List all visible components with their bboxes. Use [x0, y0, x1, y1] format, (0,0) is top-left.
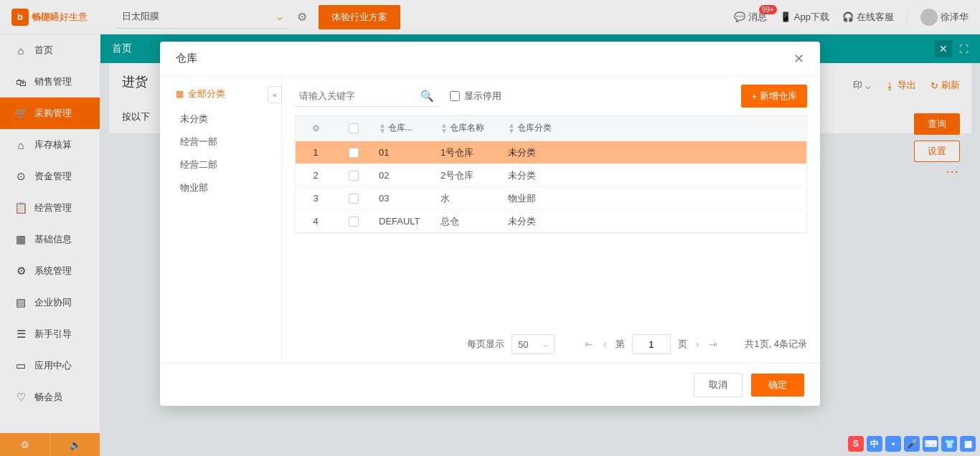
- row-code: 02: [372, 170, 433, 181]
- row-checkbox[interactable]: [336, 217, 372, 227]
- row-checkbox[interactable]: [336, 194, 372, 204]
- show-disabled-input[interactable]: [450, 91, 460, 101]
- row-code: 01: [372, 147, 433, 158]
- add-warehouse-label: 新增仓库: [760, 90, 797, 103]
- table-row[interactable]: 1011号仓库未分类: [296, 141, 806, 164]
- search-box: 🔍: [295, 85, 438, 107]
- row-code: DEFAULT: [372, 216, 433, 227]
- page-first-icon[interactable]: ⇤: [583, 338, 595, 350]
- row-category: 未分类: [501, 215, 806, 228]
- column-settings-icon[interactable]: ⚙: [296, 123, 336, 133]
- page-label-pre: 第: [616, 338, 625, 351]
- page-size-label: 每页显示: [467, 338, 504, 351]
- modal-content: 🔍 显示停用 + 新增仓库 ⚙ ▲▼仓库...: [282, 76, 820, 363]
- table-row[interactable]: 4DEFAULT总仓未分类: [296, 210, 806, 233]
- column-checkbox-all[interactable]: [336, 123, 372, 133]
- ime-keyboard-icon[interactable]: ⌨: [923, 436, 938, 452]
- search-icon[interactable]: 🔍: [420, 90, 434, 103]
- add-warehouse-button[interactable]: + 新增仓库: [741, 85, 807, 108]
- category-item[interactable]: 未分类: [160, 108, 281, 130]
- show-disabled-label: 显示停用: [464, 90, 501, 103]
- row-code: 03: [372, 193, 433, 204]
- row-checkbox[interactable]: [336, 148, 372, 158]
- modal-overlay: 仓库 ✕ « ▦ 全部分类 未分类经营一部经营二部物业部 🔍: [0, 0, 980, 456]
- grid-icon: ▦: [176, 89, 184, 99]
- column-category[interactable]: ▲▼仓库分类: [501, 122, 806, 134]
- ime-punct-icon[interactable]: •: [885, 436, 901, 452]
- search-input[interactable]: [299, 90, 420, 101]
- modal-footer: 取消 确定: [160, 363, 820, 406]
- collapse-panel-button[interactable]: «: [268, 86, 282, 103]
- page-size-value: 50: [518, 339, 528, 350]
- category-item[interactable]: 物业部: [160, 176, 281, 199]
- row-name: 水: [433, 192, 501, 205]
- row-index: 1: [296, 147, 336, 158]
- column-code[interactable]: ▲▼仓库...: [372, 122, 433, 134]
- category-all-label: 全部分类: [188, 87, 225, 100]
- row-category: 未分类: [501, 169, 806, 182]
- row-index: 3: [296, 193, 336, 204]
- category-panel: « ▦ 全部分类 未分类经营一部经营二部物业部: [160, 76, 282, 363]
- row-name: 总仓: [433, 215, 501, 228]
- page-size-select[interactable]: 50 ⌵: [512, 334, 555, 354]
- page-next-icon[interactable]: ›: [694, 338, 701, 350]
- warehouse-modal: 仓库 ✕ « ▦ 全部分类 未分类经营一部经营二部物业部 🔍: [160, 42, 820, 406]
- ime-lang-icon[interactable]: 中: [867, 436, 882, 452]
- page-summary: 共1页, 4条记录: [745, 338, 807, 351]
- ime-grid-icon[interactable]: ▦: [960, 436, 976, 452]
- row-index: 2: [296, 170, 336, 181]
- row-category: 未分类: [501, 146, 806, 159]
- row-name: 1号仓库: [433, 146, 501, 159]
- page-label-post: 页: [678, 338, 687, 351]
- ime-sogou-icon[interactable]: S: [848, 436, 864, 452]
- table-row[interactable]: 2022号仓库未分类: [296, 164, 806, 187]
- row-index: 4: [296, 216, 336, 227]
- modal-header: 仓库 ✕: [160, 42, 820, 76]
- pagination: 每页显示 50 ⌵ ⇤ ‹ 第 页 › ⇥ 共1页, 4条记录: [295, 323, 807, 354]
- ime-shirt-icon[interactable]: 👕: [941, 436, 957, 452]
- page-last-icon[interactable]: ⇥: [707, 338, 719, 350]
- show-disabled-checkbox[interactable]: 显示停用: [450, 90, 501, 103]
- row-checkbox[interactable]: [336, 171, 372, 181]
- category-item[interactable]: 经营一部: [160, 130, 281, 153]
- close-icon[interactable]: ✕: [793, 51, 804, 67]
- plus-icon: +: [751, 91, 757, 102]
- table-header: ⚙ ▲▼仓库... ▲▼仓库名称 ▲▼仓库分类: [296, 115, 806, 141]
- category-all[interactable]: ▦ 全部分类: [160, 85, 281, 108]
- ime-bar: S 中 • 🎤 ⌨ 👕 ▦: [848, 436, 976, 452]
- ok-button[interactable]: 确定: [751, 374, 804, 396]
- ime-mic-icon[interactable]: 🎤: [904, 436, 920, 452]
- modal-title: 仓库: [176, 52, 197, 65]
- warehouse-table: ⚙ ▲▼仓库... ▲▼仓库名称 ▲▼仓库分类 1011号仓库未分类2022号仓…: [295, 115, 807, 234]
- column-name[interactable]: ▲▼仓库名称: [433, 122, 501, 134]
- page-prev-icon[interactable]: ‹: [602, 338, 608, 350]
- page-input[interactable]: [632, 334, 671, 354]
- chevron-down-icon: ⌵: [543, 340, 548, 349]
- row-name: 2号仓库: [433, 169, 501, 182]
- row-category: 物业部: [501, 192, 806, 205]
- cancel-button[interactable]: 取消: [694, 373, 743, 397]
- category-item[interactable]: 经营二部: [160, 153, 281, 176]
- table-row[interactable]: 303水物业部: [296, 187, 806, 210]
